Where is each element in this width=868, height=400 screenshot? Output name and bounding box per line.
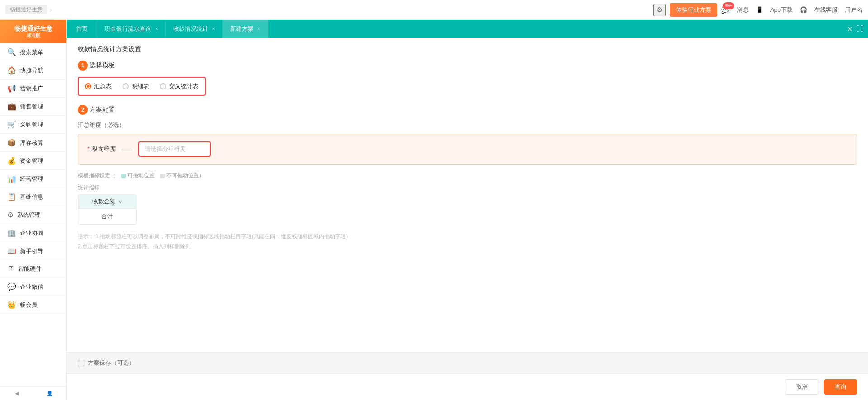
- tab-home-label: 首页: [76, 25, 88, 33]
- service-icon: 🎧: [800, 6, 807, 13]
- sidebar-label-management: 经营管理: [20, 175, 43, 183]
- save-option-label: 方案保存（可选）: [88, 359, 135, 367]
- step1-num: 1: [78, 61, 88, 71]
- basic-icon: 📋: [7, 193, 16, 201]
- step2-label: 方案配置: [90, 106, 115, 114]
- message-label: 消息: [737, 6, 749, 14]
- hardware-icon: 🖥: [7, 265, 14, 273]
- sidebar-item-marketing[interactable]: 📢 营销推广: [0, 80, 66, 98]
- sidebar-item-sales[interactable]: 💼 销售管理: [0, 98, 66, 116]
- tab-expand-icon[interactable]: ⛶: [856, 25, 863, 33]
- member-icon: 👑: [7, 301, 16, 309]
- sidebar-label-purchase: 采购管理: [20, 121, 43, 129]
- tab-new-plan[interactable]: 新建方案 ×: [223, 20, 268, 38]
- finance-icon: 💰: [7, 156, 16, 165]
- template-option-detail[interactable]: 明细表: [123, 82, 149, 90]
- sidebar-bottom: ◀ 👤: [0, 386, 66, 400]
- sidebar-label-wechat: 企业微信: [20, 283, 43, 291]
- sidebar-item-hardware[interactable]: 🖥 智能硬件: [0, 260, 66, 278]
- dimension-row-label: * 纵向维度: [87, 145, 116, 153]
- sidebar-item-system[interactable]: ⚙ 系统管理: [0, 206, 66, 224]
- movable-dot: [121, 174, 126, 178]
- enterprise-icon: 🏢: [7, 229, 16, 237]
- sidebar-collapse-button[interactable]: ◀: [0, 387, 33, 400]
- form-area: 收款情况统计方案设置 1 选择模板 汇总表: [67, 38, 868, 352]
- dimension-title: 汇总维度（必选）: [78, 121, 857, 129]
- template-summary-label: 汇总表: [94, 82, 112, 90]
- home-icon: 🏠: [7, 66, 16, 75]
- radio-summary[interactable]: [85, 83, 91, 89]
- gear-button[interactable]: ⚙: [653, 4, 666, 16]
- sidebar-item-search[interactable]: 🔍 搜索菜单: [0, 43, 66, 61]
- tab-cashflow-close[interactable]: ×: [155, 26, 158, 32]
- app-download-label[interactable]: App下载: [770, 6, 793, 14]
- sidebar-item-management[interactable]: 📊 经营管理: [0, 170, 66, 188]
- tab-bar: 首页 现金银行流水查询 × 收款情况统计 × 新建方案 × ✕ ⛶: [67, 20, 868, 38]
- config-section: 汇总维度（必选） * 纵向维度 —— 请选择分组维度: [78, 121, 857, 251]
- stat-label: 统计指标: [78, 184, 857, 192]
- unmovable-dot: [160, 174, 165, 178]
- save-option: 方案保存（可选）: [67, 352, 868, 373]
- sidebar-item-guide[interactable]: 📖 新手引导: [0, 242, 66, 260]
- sidebar-label-guide: 新手引导: [20, 247, 43, 255]
- breadcrumb-arrow: ›: [50, 7, 52, 13]
- logo-subtitle: 标准版: [14, 33, 52, 38]
- sidebar-label-enterprise: 企业协同: [20, 229, 43, 237]
- service-label[interactable]: 在线客服: [814, 6, 838, 14]
- try-industry-button[interactable]: 体验行业方案: [670, 3, 717, 17]
- indicator-header: 模板指标设定（ 可拖动位置 不可拖动位置）: [78, 172, 857, 179]
- save-checkbox[interactable]: [78, 360, 84, 366]
- sidebar-label-inventory: 库存核算: [20, 139, 43, 147]
- template-option-cross[interactable]: 交叉统计表: [160, 82, 198, 90]
- sidebar: 畅捷通好生意 标准版 🔍 搜索菜单 🏠 快捷导航 📢 营销推广 💼 销售管理 🛒…: [0, 20, 67, 400]
- sidebar-item-finance[interactable]: 💰 资金管理: [0, 152, 66, 170]
- template-options: 汇总表 明细表 交叉统计表: [78, 77, 206, 96]
- sidebar-label-search: 搜索菜单: [20, 48, 43, 56]
- system-icon: ⚙: [7, 211, 14, 219]
- sales-icon: 💼: [7, 102, 16, 111]
- sidebar-label-basic: 基础信息: [20, 193, 43, 201]
- tab-receipts[interactable]: 收款情况统计 ×: [166, 20, 223, 38]
- sidebar-item-purchase[interactable]: 🛒 采购管理: [0, 116, 66, 134]
- sidebar-item-home[interactable]: 🏠 快捷导航: [0, 61, 66, 80]
- template-cross-label: 交叉统计表: [169, 82, 198, 90]
- tip-1: 提示： 1.拖动标题栏可以调整布局，不可跨维度或指标区域拖动栏目字段(只能在同一…: [78, 232, 857, 242]
- indicator-cell-total: 合计: [78, 209, 136, 224]
- sidebar-item-member[interactable]: 👑 畅会员: [0, 296, 66, 314]
- tab-home[interactable]: 首页: [67, 20, 97, 38]
- top-header: 畅捷通好生意 › ⚙ 体验行业方案 💬 99+ 消息 📱 App下载 🎧 在线客…: [0, 0, 868, 20]
- radio-cross[interactable]: [160, 83, 166, 89]
- stat-col-dropdown[interactable]: ∨: [118, 199, 122, 205]
- user-name[interactable]: 用户名: [845, 6, 863, 14]
- breadcrumb: 畅捷通好生意 ›: [5, 5, 650, 14]
- sidebar-item-inventory[interactable]: 📦 库存核算: [0, 134, 66, 152]
- header-right: 💬 99+ 消息 📱 App下载 🎧 在线客服 用户名: [721, 6, 863, 14]
- indicator-header-cell[interactable]: 收款金额 ∨: [78, 195, 136, 209]
- template-option-summary[interactable]: 汇总表: [85, 82, 112, 90]
- sidebar-item-enterprise[interactable]: 🏢 企业协同: [0, 224, 66, 242]
- dimension-select[interactable]: 请选择分组维度: [138, 141, 211, 157]
- main-content: 首页 现金银行流水查询 × 收款情况统计 × 新建方案 × ✕ ⛶ 收款情况统计…: [67, 20, 868, 400]
- unmovable-label: 不可拖动位置）: [166, 172, 204, 179]
- message-icon-wrap[interactable]: 💬 99+: [721, 6, 730, 14]
- sidebar-item-wechat[interactable]: 💬 企业微信: [0, 278, 66, 296]
- logo-text: 畅捷通好生意: [14, 25, 52, 33]
- marketing-icon: 📢: [7, 84, 16, 93]
- sidebar-label-system: 系统管理: [17, 211, 41, 219]
- dimension-area: * 纵向维度 —— 请选择分组维度: [78, 134, 857, 165]
- radio-detail[interactable]: [123, 83, 129, 89]
- tab-cashflow[interactable]: 现金银行流水查询 ×: [97, 20, 166, 38]
- sidebar-user-button[interactable]: 👤: [33, 387, 67, 400]
- tab-receipts-close[interactable]: ×: [212, 26, 215, 32]
- query-button[interactable]: 查询: [824, 379, 857, 395]
- tab-new-plan-close[interactable]: ×: [257, 26, 260, 32]
- tips-area: 提示： 1.拖动标题栏可以调整布局，不可跨维度或指标区域拖动栏目字段(只能在同一…: [78, 232, 857, 251]
- step1-header: 1 选择模板: [78, 61, 857, 71]
- sidebar-label-home: 快捷导航: [20, 66, 43, 75]
- sidebar-item-basic[interactable]: 📋 基础信息: [0, 188, 66, 206]
- step2-section: 2 方案配置 汇总维度（必选） * 纵向维度 ——: [78, 105, 857, 251]
- tab-close-icon[interactable]: ✕: [847, 25, 853, 33]
- inventory-icon: 📦: [7, 138, 16, 147]
- cancel-button[interactable]: 取消: [785, 379, 819, 395]
- tip-2: 2.点击标题栏下拉可设置排序、插入列和删除列: [78, 242, 857, 252]
